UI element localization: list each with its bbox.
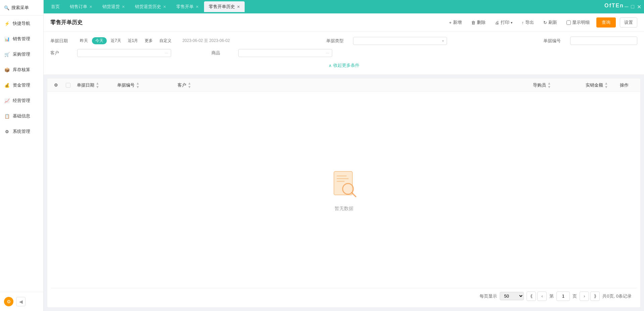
goods-filter-select[interactable]: ··· [238,49,332,57]
query-button[interactable]: 查询 [596,17,616,28]
purchase-mgmt-icon: 🛒 [4,51,10,57]
tab-sales-order-close[interactable]: ✕ [89,5,92,9]
sidebar-bottom: ⚙ ◀ [0,292,43,311]
sidebar-item-label: 库存核算 [13,67,30,73]
basic-info-icon: 📋 [4,113,10,119]
print-button[interactable]: 🖨 打印 ▾ [492,18,515,27]
query-label: 查询 [602,19,610,25]
number-filter-input[interactable] [570,37,637,45]
th-customer-label: 客户 [178,82,186,88]
sidebar-item-basic-info[interactable]: 📋 基础信息 [0,108,43,124]
export-icon: ↑ [522,20,524,25]
tab-sales-order[interactable]: 销售订单 ✕ [65,1,97,12]
page-title: 零售开单历史 [50,19,83,26]
page-last-button[interactable]: ⟫ [590,292,600,301]
table-area: ⚙ 单据日期 ▲▼ 单据编号 ▲▼ 客户 ▲▼ 导购员 [47,78,641,308]
filter-row-2: 客户 ··· 商品 ··· [50,49,637,57]
tab-retail-open[interactable]: 零售开单 ✕ [171,1,203,12]
date-btn-7days[interactable]: 近7天 [108,37,124,44]
window-maximize-button[interactable]: □ [631,4,634,10]
sales-mgmt-icon: 📊 [4,36,10,42]
print-icon: 🖨 [495,20,499,25]
sidebar-item-label: 资金管理 [13,82,30,88]
display-detail-toggle[interactable]: 显示明细 [564,18,592,27]
th-guide[interactable]: 导购员 ▲▼ [530,82,571,89]
th-date[interactable]: 单据日期 ▲▼ [74,82,114,89]
refresh-icon: ↻ [543,20,547,25]
tab-sales-return[interactable]: 销货退货 ✕ [98,1,130,12]
display-detail-checkbox[interactable] [566,20,571,25]
brand-logo: OfTEn [604,3,624,9]
page-number-input[interactable] [556,292,570,301]
sidebar-item-sales-mgmt[interactable]: 📊 销售管理 [0,31,43,47]
settings-button[interactable]: 设置 [620,17,637,28]
delete-icon: 🗑 [471,20,476,25]
svg-point-5 [345,186,351,192]
chevron-up-icon: ∧ [329,63,332,68]
sidebar-item-label: 采购管理 [13,51,30,57]
add-icon: + [449,20,452,25]
page-total: 共0页, 0条记录 [602,293,632,299]
tab-retail-open-history-close[interactable]: ✕ [237,5,240,9]
date-filter-label: 单据日期 [50,38,70,44]
th-settings[interactable]: ⚙ [50,83,62,88]
tab-sales-return-history[interactable]: 销货退货历史 ✕ [130,1,171,12]
tab-home[interactable]: 首页 [46,1,64,12]
customer-filter-label: 客户 [50,50,70,56]
filter-row-1: 单据日期 昨天 今天 近7天 近1月 更多 自定义 2023-06-02 至 2… [50,37,637,45]
export-button[interactable]: ↑ 导出 [519,18,537,27]
window-minimize-button[interactable]: ─ [625,4,628,10]
customer-filter-select[interactable]: ··· [77,49,171,57]
tab-sales-return-history-close[interactable]: ✕ [163,5,166,9]
date-range-display: 2023-06-02 至 2023-06-02 [182,38,230,44]
tab-sales-return-close[interactable]: ✕ [122,5,125,9]
date-btn-yesterday[interactable]: 昨天 [77,37,91,44]
number-filter-label: 单据编号 [543,38,563,44]
goods-dots[interactable]: ··· [326,51,329,55]
sidebar-item-system[interactable]: ⚙ 系统管理 [0,124,43,139]
type-filter-select[interactable]: ▾ [353,37,447,45]
th-amount[interactable]: 实销金额 ▲▼ [571,82,611,89]
sidebar-search[interactable]: 🔍 搜索采单 [0,0,43,16]
th-date-label: 单据日期 [77,82,94,88]
page-size-select[interactable]: 50 10 20 100 [500,292,524,300]
window-close-button[interactable]: ✕ [637,4,641,10]
date-btn-custom[interactable]: 自定义 [157,37,174,44]
th-number[interactable]: 单据编号 ▲▼ [114,82,175,89]
tab-retail-open-close[interactable]: ✕ [196,5,199,9]
delete-button[interactable]: 🗑 删除 [468,18,488,27]
th-action-label: 操作 [620,82,629,88]
sidebar-item-label: 系统管理 [13,128,30,135]
refresh-button[interactable]: ↻ 刷新 [541,18,560,27]
sidebar-item-operation[interactable]: 📈 经营管理 [0,93,43,108]
sidebar-item-quick-nav[interactable]: ⚡ 快捷导航 [0,16,43,31]
filter-area: 单据日期 昨天 今天 近7天 近1月 更多 自定义 2023-06-02 至 2… [44,32,644,75]
sidebar-collapse-button[interactable]: ◀ [16,297,26,306]
date-btn-more[interactable]: 更多 [142,37,155,44]
type-filter-label: 单据类型 [326,38,346,44]
collapse-filter-button[interactable]: ∧ 收起更多条件 [327,61,361,70]
th-checkbox[interactable] [62,83,74,88]
export-label: 导出 [525,19,534,25]
settings-label: 设置 [624,19,633,25]
goods-filter-label: 商品 [211,50,232,56]
tab-retail-open-history[interactable]: 零售开单历史 ✕ [204,1,245,12]
th-customer[interactable]: 客户 ▲▼ [175,82,530,89]
sidebar-item-purchase-mgmt[interactable]: 🛒 采购管理 [0,47,43,62]
customer-dots[interactable]: ··· [165,51,168,55]
page-prev-button[interactable]: ‹ [537,292,547,301]
pagination-nav: ⟪ ‹ 第 页 › ⟫ [527,292,600,301]
filter-date-buttons: 昨天 今天 近7天 近1月 更多 自定义 [77,37,174,44]
add-button[interactable]: + 新增 [446,18,464,27]
date-btn-1month[interactable]: 近1月 [125,37,141,44]
column-settings-icon: ⚙ [54,83,58,88]
date-btn-today[interactable]: 今天 [92,37,107,44]
select-all-checkbox[interactable] [66,83,70,88]
settings-gear-button[interactable]: ⚙ [4,297,13,306]
sidebar-item-label: 销售管理 [13,36,30,42]
sidebar-item-inventory[interactable]: 📦 库存核算 [0,62,43,77]
tab-bar: 首页 销售订单 ✕ 销货退货 ✕ 销货退货历史 ✕ 零售开单 ✕ 零售开单历史 … [44,0,644,13]
page-next-button[interactable]: › [580,292,589,301]
page-first-button[interactable]: ⟪ [527,292,536,301]
sidebar-item-finance[interactable]: 💰 资金管理 [0,77,43,93]
